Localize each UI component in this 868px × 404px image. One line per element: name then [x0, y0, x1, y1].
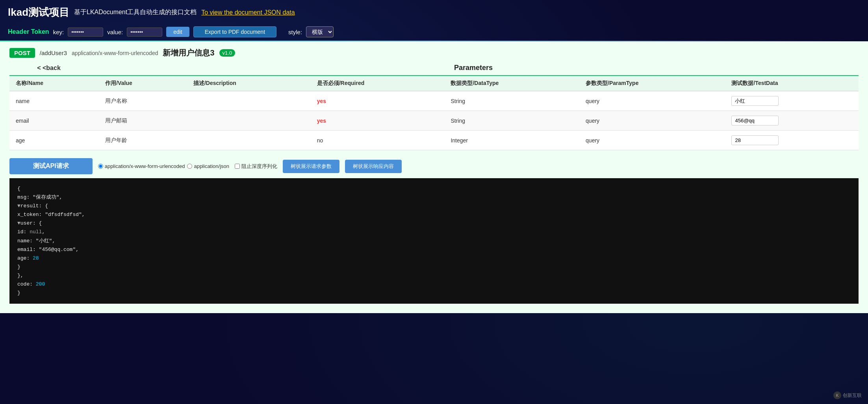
json-line: age: 28: [17, 254, 851, 263]
json-line: }: [17, 289, 851, 297]
tree-request-button[interactable]: 树状展示请求参数: [283, 160, 339, 173]
json-line: {: [17, 184, 851, 193]
params-tbody: name 用户名称 yes String query email 用户邮箱 ye…: [9, 91, 859, 150]
style-select[interactable]: 横版 竖版: [306, 26, 334, 37]
json-line: email: "456@qq.com",: [17, 245, 851, 254]
cell-required: yes: [311, 111, 445, 131]
table-row: name 用户名称 yes String query: [9, 91, 859, 111]
serialize-checkbox-group[interactable]: 阻止深度序列化: [235, 163, 277, 170]
token-label: Header Token: [8, 28, 49, 35]
edit-button[interactable]: edit: [166, 27, 189, 37]
api-path: /addUser3: [40, 50, 67, 56]
table-header: 名称/Name 作用/Value 描述/Description 是否必须/Req…: [9, 76, 859, 91]
api-content-type: application/x-www-form-urlencoded: [72, 50, 158, 56]
test-api-button[interactable]: 测试API请求: [9, 158, 93, 174]
main-content: POST /addUser3 application/x-www-form-ur…: [0, 41, 868, 313]
api-header: POST /addUser3 application/x-www-form-ur…: [9, 48, 859, 58]
top-header: lkad测试项目 基于LKADocument工具自动生成的接口文档 To vie…: [0, 0, 868, 23]
cell-value: 用户年龄: [99, 131, 187, 150]
json-line: id: null,: [17, 228, 851, 236]
json-line: ▼result: {: [17, 202, 851, 210]
table-row: email 用户邮箱 yes String query: [9, 111, 859, 131]
cell-name: email: [9, 111, 99, 131]
cell-testdata[interactable]: [725, 91, 859, 111]
value-label: value:: [107, 29, 123, 35]
api-title: 新增用户信息3: [163, 48, 214, 58]
cell-paramtype: query: [579, 91, 725, 111]
cell-desc: [187, 91, 311, 111]
json-line: ▼user: {: [17, 219, 851, 228]
cell-paramtype: query: [579, 111, 725, 131]
watermark-text: 创新互联: [843, 392, 862, 399]
value-input[interactable]: [127, 28, 162, 37]
col-required: 是否必须/Required: [311, 76, 445, 91]
cell-testdata[interactable]: [725, 131, 859, 150]
key-label: key:: [53, 29, 64, 35]
key-input[interactable]: [68, 28, 103, 37]
serialize-label: 阻止深度序列化: [241, 163, 277, 170]
cell-paramtype: query: [579, 131, 725, 150]
testdata-input[interactable]: [731, 96, 779, 106]
radio-form-urlencoded-label: application/x-www-form-urlencoded: [105, 163, 185, 169]
col-paramtype: 参数类型/ParamType: [579, 76, 725, 91]
project-title: lkad测试项目: [8, 6, 69, 19]
json-line: },: [17, 271, 851, 280]
col-testdata: 测试数据/TestData: [725, 76, 859, 91]
cell-name: age: [9, 131, 99, 150]
cell-datatype: String: [444, 111, 579, 131]
json-line: msg: "保存成功",: [17, 193, 851, 202]
style-label: style:: [288, 29, 302, 35]
cell-required: yes: [311, 91, 445, 111]
cell-name: name: [9, 91, 99, 111]
json-line: }: [17, 263, 851, 271]
project-subtitle: 基于LKADocument工具自动生成的接口文档: [74, 8, 197, 17]
parameters-label: Parameters: [88, 64, 859, 72]
col-datatype: 数据类型/DataType: [444, 76, 579, 91]
testdata-input[interactable]: [731, 116, 779, 125]
cell-value: 用户邮箱: [99, 111, 187, 131]
params-table: 名称/Name 作用/Value 描述/Description 是否必须/Req…: [9, 76, 859, 150]
cell-datatype: String: [444, 91, 579, 111]
col-desc: 描述/Description: [187, 76, 311, 91]
json-line: name: "小红",: [17, 237, 851, 245]
method-badge: POST: [9, 48, 35, 58]
cell-value: 用户名称: [99, 91, 187, 111]
back-link[interactable]: < <back: [9, 65, 88, 72]
col-name: 名称/Name: [9, 76, 99, 91]
json-output: { msg: "保存成功", ▼result: { x_token: "dfsd…: [9, 178, 859, 304]
content-type-radio-group: application/x-www-form-urlencoded applic…: [98, 163, 229, 169]
token-bar: Header Token key: value: edit Export to …: [0, 23, 868, 41]
json-line: code: 200: [17, 280, 851, 289]
json-line: x_token: "dfsdfsdfsd",: [17, 210, 851, 219]
tree-response-button[interactable]: 树状展示响应内容: [345, 160, 402, 173]
json-link[interactable]: To view the document JSON data: [201, 9, 295, 16]
cell-desc: [187, 131, 311, 150]
radio-json[interactable]: application/json: [187, 163, 229, 169]
cell-required: no: [311, 131, 445, 150]
cell-datatype: Integer: [444, 131, 579, 150]
export-button[interactable]: Export to PDF document: [193, 26, 276, 37]
watermark-icon: K: [833, 391, 841, 399]
radio-form-urlencoded[interactable]: application/x-www-form-urlencoded: [98, 163, 185, 169]
table-row: age 用户年龄 no Integer query: [9, 131, 859, 150]
watermark: K 创新互联: [833, 391, 862, 399]
version-badge: v1.0: [219, 49, 236, 57]
action-row: 测试API请求 application/x-www-form-urlencode…: [9, 158, 859, 174]
cell-desc: [187, 111, 311, 131]
cell-testdata[interactable]: [725, 111, 859, 131]
back-params-row: < <back Parameters: [9, 64, 859, 76]
radio-json-label: application/json: [194, 163, 229, 169]
col-value: 作用/Value: [99, 76, 187, 91]
testdata-input[interactable]: [731, 135, 779, 145]
serialize-checkbox[interactable]: [235, 164, 240, 169]
